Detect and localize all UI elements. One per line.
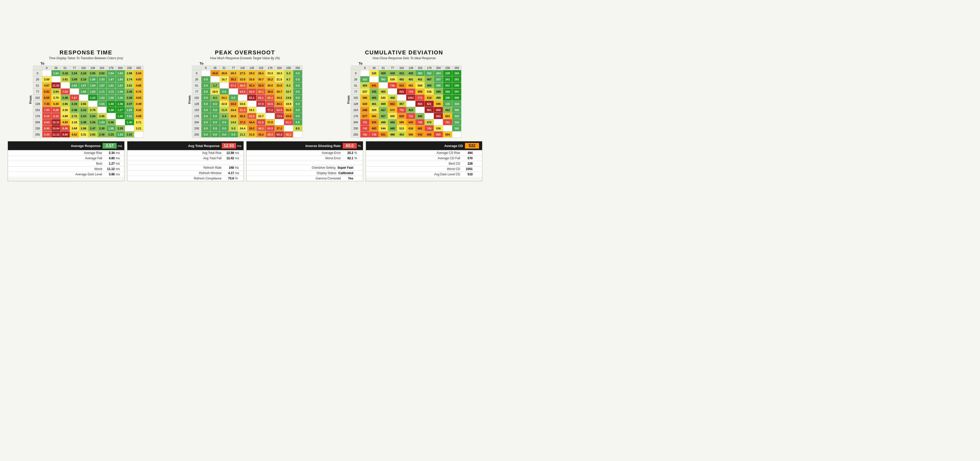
po-cell: 16.7 — [220, 76, 229, 83]
po-cell: 18.3 — [275, 70, 284, 76]
po-cell: 0.0 — [293, 70, 302, 76]
refresh-compliance-label: Refresh Compliance — [129, 176, 224, 180]
ghost-avg-label: Inverse Ghosting Rate — [248, 144, 343, 148]
cd-cell: 427 — [379, 113, 388, 119]
rt-rise-label: Average Rise — [10, 151, 104, 155]
peak-overshoot-title: PEAK OVERSHOOT — [215, 49, 275, 56]
cd-cell: 738 — [369, 132, 379, 138]
po-refresh-window-row: Refresh Window 4.17 ms — [127, 170, 244, 176]
po-cell: 29.3 — [247, 70, 256, 76]
po-cell: 0.0 — [293, 89, 302, 95]
po-cell: 0.0 — [201, 101, 210, 107]
cd-cell: 742 — [360, 126, 369, 132]
cd-matrix-with-headers: To 0 26 51 77 102 128 153 — [351, 62, 461, 138]
po-cell: 27.5 — [238, 70, 247, 76]
ghost-avgerr-value: 25.2 — [343, 151, 355, 155]
rt-cell: 1.65 — [88, 89, 97, 95]
rt-rise-value: 2.34 — [104, 151, 116, 155]
cd-row-header-153: 153 — [351, 107, 360, 113]
po-cell: 8.3 — [284, 83, 293, 89]
po-cell: 0.0 — [220, 119, 229, 126]
rt-cell: 1.30 — [116, 113, 125, 119]
cd-cell: 721 — [406, 113, 415, 119]
po-cell: 46.0 — [238, 83, 247, 89]
rt-cell: 4.08 — [134, 113, 143, 119]
rt-cell: 2.65 — [88, 132, 97, 138]
rt-cell: 2.61 — [125, 83, 134, 89]
refresh-window-unit: ms — [235, 171, 242, 175]
po-row-header-179: 179 — [192, 113, 201, 119]
ghost-overdrive-value: Super Fast — [337, 166, 354, 170]
ghost-avg-unit: % — [357, 144, 361, 148]
ghost-avgerr-label: Average Error — [248, 151, 343, 155]
po-row-header-26: 26 — [192, 76, 201, 83]
cd-cell: 850 — [415, 101, 425, 107]
po-cell: 62.6 — [266, 101, 275, 107]
po-cell: 28.9 — [220, 70, 229, 76]
rt-cell: 1.81 — [107, 83, 116, 89]
cd-fall-row: Average CD Fall 570 — [366, 156, 482, 161]
po-cell: 18.9 — [284, 101, 293, 107]
rt-fall-row: Average Fall 4.80 ms — [8, 156, 124, 161]
cd-cell: 591 — [406, 83, 415, 89]
po-row-header-51: 51 — [192, 83, 201, 89]
rt-cell — [107, 113, 116, 119]
cd-cell: 241 — [443, 76, 452, 83]
cd-header-230: 230 — [443, 66, 452, 70]
cd-cell: 304 — [452, 101, 461, 107]
po-row-header-77: 77 — [192, 89, 201, 95]
cd-cell: 620 — [360, 101, 369, 107]
rt-fall-value: 4.80 — [104, 156, 116, 160]
cd-cell: 745 — [388, 83, 397, 89]
cd-cell: 902 — [434, 113, 443, 119]
response-time-matrix-wrapper: From To 0 26 51 77 102 128 — [29, 62, 143, 138]
po-fall-label: Avg Total Fall — [129, 156, 224, 160]
po-cell: 0.0 — [201, 107, 210, 113]
rt-cell: 3.21 — [134, 126, 143, 132]
po-header-77: 77 — [229, 66, 238, 70]
po-cell: 0.0 — [293, 107, 302, 113]
cd-cell: 701 — [360, 119, 369, 126]
cd-cell: 306 — [452, 107, 461, 113]
po-cell: 26.2 — [266, 76, 275, 83]
refresh-window-value: 4.17 — [224, 171, 235, 175]
po-cell: 53.2 — [247, 113, 256, 119]
po-row-header-230: 230 — [192, 126, 201, 132]
cd-cell: 347 — [434, 76, 443, 83]
po-row-header-102: 102 — [192, 95, 201, 101]
rt-cell: 2.88 — [79, 126, 88, 132]
po-highlight-row: Avg Total Response 12.50 ms — [127, 141, 244, 150]
rt-cell — [70, 89, 79, 95]
rt-avg-label: Average Response — [10, 144, 103, 148]
cd-cell: 322 — [360, 76, 369, 83]
po-cell: 56.9 — [247, 89, 256, 95]
rt-row-header-255: 255 — [33, 132, 42, 138]
to-label-cd: To — [359, 62, 461, 65]
po-matrix-table: 0 26 51 77 102 128 153 179 204 230 255 — [192, 65, 302, 138]
ghost-stats-panel: Inverse Ghosting Rate 60.0 % Average Err… — [246, 141, 363, 181]
cd-cell: 795 — [425, 126, 434, 132]
rt-matrix-with-headers: To 0 26 51 77 102 128 153 — [33, 62, 143, 138]
po-header-204: 204 — [275, 66, 284, 70]
po-cell: 0.0 — [220, 126, 229, 132]
cd-cell — [369, 76, 379, 83]
po-cell: 0.0 — [210, 113, 220, 119]
rt-cell: 1.84 — [51, 70, 60, 76]
rt-row-header-0: 0 — [33, 70, 42, 76]
cd-cell: 300 — [452, 95, 461, 101]
ghost-worsterr-label: Worst Error — [248, 156, 343, 160]
po-cell: 43.2 — [256, 132, 266, 138]
po-cell: 33.6 — [247, 76, 256, 83]
cd-cell — [434, 119, 443, 126]
cd-cell: 537 — [360, 89, 369, 95]
cd-cell — [452, 132, 461, 138]
po-cell: 0.0 — [201, 113, 210, 119]
po-cell: 31.6 — [247, 132, 256, 138]
rt-cell: 2.65 — [79, 101, 88, 107]
cd-cell: 491 — [406, 76, 415, 83]
cd-cell: 516 — [425, 89, 434, 95]
cd-cell: 457 — [397, 101, 406, 107]
rt-cell: 2.86 — [60, 101, 70, 107]
cd-header-77: 77 — [388, 66, 397, 70]
rt-cell: 7.85 — [42, 107, 51, 113]
